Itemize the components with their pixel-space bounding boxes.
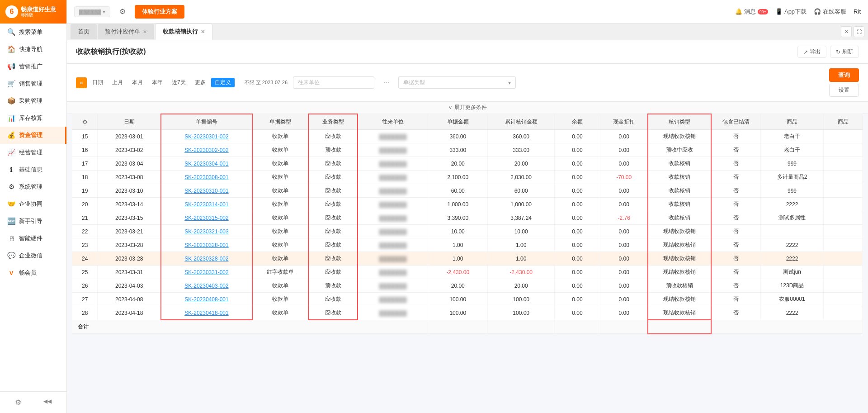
cell-amount: 100.00 — [428, 306, 488, 320]
cell-code[interactable]: SK-20230328-001 — [161, 238, 252, 252]
sidebar-item-finance[interactable]: 💰 资金管理 — [0, 127, 66, 144]
tab-payable[interactable]: 预付冲应付单 ✕ — [98, 24, 154, 39]
table-row[interactable]: 15 2023-03-01 SK-20230301-002 收款单 应收款 ▓▓… — [72, 130, 863, 143]
more-filter-dots[interactable]: ··· — [380, 79, 393, 87]
footer-chxtype — [648, 320, 711, 334]
tab-collection-close[interactable]: ✕ — [201, 29, 205, 34]
col-goods2[interactable]: 商品 — [824, 114, 863, 130]
cell-num: 23 — [72, 238, 98, 252]
table-row[interactable]: 27 2023-04-08 SK-20230408-001 收款单 应收款 ▓▓… — [72, 293, 863, 306]
cell-code[interactable]: SK-20230328-002 — [161, 252, 252, 266]
col-partner[interactable]: 往来单位 — [358, 114, 428, 130]
sidebar-label-system: 系统管理 — [19, 183, 42, 191]
date-btn-more[interactable]: 更多 — [191, 78, 209, 87]
sidebar-item-basic[interactable]: ℹ 基础信息 — [0, 161, 66, 178]
table-row[interactable]: 26 2023-04-03 SK-20230403-002 收款单 预收款 ▓▓… — [72, 279, 863, 293]
cell-goods2 — [824, 266, 863, 279]
cell-code[interactable]: SK-20230315-002 — [161, 211, 252, 225]
export-button[interactable]: ↗ 导出 — [797, 46, 826, 58]
cell-chxtype: 现结收款核销 — [648, 306, 711, 320]
sidebar-item-member[interactable]: V 畅会员 — [0, 264, 66, 281]
cell-code[interactable]: SK-20230304-001 — [161, 157, 252, 171]
setting-button[interactable]: 设置 — [829, 84, 859, 97]
sidebar-item-hardware[interactable]: 🖥 智能硬件 — [0, 230, 66, 247]
tab-expand-btn[interactable]: ⛶ — [854, 26, 864, 37]
col-date[interactable]: 日期 — [98, 114, 161, 130]
table-row[interactable]: 22 2023-03-21 SK-20230321-003 收款单 应收款 ▓▓… — [72, 225, 863, 238]
cell-code[interactable]: SK-20230308-001 — [161, 171, 252, 184]
date-btn-prev-month[interactable]: 上月 — [108, 78, 127, 87]
tab-close-btn[interactable]: ✕ — [841, 26, 852, 37]
col-goods[interactable]: 商品 — [760, 114, 824, 130]
date-custom-btn[interactable]: 自定义 — [211, 78, 235, 87]
col-balance[interactable]: 余额 — [555, 114, 600, 130]
sidebar-label-inventory: 库存核算 — [19, 114, 42, 122]
table-row[interactable]: 28 2023-04-18 SK-20230418-001 收款单 应收款 ▓▓… — [72, 306, 863, 320]
cell-goods: 测试多属性 — [760, 211, 824, 225]
cell-code[interactable]: SK-20230408-001 — [161, 293, 252, 306]
user-name[interactable]: Rit — [854, 8, 861, 15]
table-row[interactable]: 19 2023-03-10 SK-20230310-001 收款单 应收款 ▓▓… — [72, 184, 863, 198]
table-row[interactable]: 18 2023-03-08 SK-20230308-001 收款单 应收款 ▓▓… — [72, 171, 863, 184]
date-btn-7days[interactable]: 近7天 — [168, 78, 189, 87]
table-row[interactable]: 20 2023-03-14 SK-20230314-001 收款单 应收款 ▓▓… — [72, 198, 863, 211]
sidebar-item-collab[interactable]: 🤝 企业协同 — [0, 195, 66, 213]
cell-code[interactable]: SK-20230301-002 — [161, 130, 252, 143]
table-row[interactable]: 25 2023-03-31 SK-20230331-002 红字收款单 应收款 … — [72, 266, 863, 279]
date-btn-cur-month[interactable]: 本月 — [128, 78, 146, 87]
table-row[interactable]: 16 2023-03-02 SK-20230302-002 收款单 预收款 ▓▓… — [72, 143, 863, 157]
sidebar-item-shortcut[interactable]: 🏠 快捷导航 — [0, 41, 66, 58]
cell-code[interactable]: SK-20230302-002 — [161, 143, 252, 157]
table-row[interactable]: 23 2023-03-28 SK-20230328-001 收款单 应收款 ▓▓… — [72, 238, 863, 252]
logo: 6 畅康道好生意 标推版 — [0, 0, 66, 24]
tab-payable-close[interactable]: ✕ — [143, 29, 147, 34]
col-included[interactable]: 包含已结清 — [711, 114, 760, 130]
cell-code[interactable]: SK-20230418-001 — [161, 306, 252, 320]
table-row[interactable]: 17 2023-03-04 SK-20230304-001 收款单 应收款 ▓▓… — [72, 157, 863, 171]
table-row[interactable]: 21 2023-03-15 SK-20230315-002 收款单 应收款 ▓▓… — [72, 211, 863, 225]
bottom-settings-btn[interactable]: ⚙ — [15, 398, 21, 407]
cell-code[interactable]: SK-20230403-002 — [161, 279, 252, 293]
query-button[interactable]: 查询 — [829, 68, 859, 82]
expand-filter-bar[interactable]: ∨ 展开更多条件 — [67, 102, 868, 114]
sidebar-item-inventory[interactable]: 📊 库存核算 — [0, 109, 66, 127]
col-biztype[interactable]: 业务类型 — [308, 114, 358, 130]
col-code[interactable]: 单据编号 — [161, 114, 252, 130]
sidebar-item-purchase[interactable]: 📦 采购管理 — [0, 92, 66, 109]
col-chxtype[interactable]: 核销类型 — [648, 114, 711, 130]
cell-code[interactable]: SK-20230331-002 — [161, 266, 252, 279]
online-service-link[interactable]: 🎧 在线客服 — [814, 8, 846, 16]
app-download-link[interactable]: 📱 App下载 — [775, 8, 807, 16]
col-amount[interactable]: 单据金额 — [428, 114, 488, 130]
sidebar-item-system[interactable]: ⚙ 系统管理 — [0, 178, 66, 195]
filter-toggle-btn[interactable]: » — [76, 77, 87, 88]
col-discount[interactable]: 现金折扣 — [600, 114, 648, 130]
table-wrapper[interactable]: ⚙ 日期 单据编号 单据类型 业务类型 往来单位 单据金额 累计核销金额 余额 … — [67, 114, 868, 413]
sidebar-item-marketing[interactable]: 📢 营销推广 — [0, 58, 66, 75]
sidebar-item-guide[interactable]: 🆕 新手引导 — [0, 213, 66, 230]
cell-goods2 — [824, 252, 863, 266]
cell-code[interactable]: SK-20230310-001 — [161, 184, 252, 198]
sidebar-item-wechat[interactable]: 💬 企业微信 — [0, 247, 66, 264]
sidebar-item-search[interactable]: 🔍 搜索菜单 — [0, 24, 66, 41]
col-cumamt[interactable]: 累计核销金额 — [488, 114, 555, 130]
tab-collection[interactable]: 收款核销执行 ✕ — [155, 24, 212, 40]
sidebar-item-operations[interactable]: 📈 经营管理 — [0, 144, 66, 161]
doc-type-filter[interactable]: 单据类型 ▾ — [398, 76, 516, 89]
sidebar-item-sales[interactable]: 🛒 销售管理 — [0, 75, 66, 92]
date-btn-cur-year[interactable]: 本年 — [148, 78, 166, 87]
cell-balance: 0.00 — [555, 130, 600, 143]
branch-selector[interactable]: ▓▓▓▓▓▓ ▾ — [74, 6, 110, 17]
bottom-collapse-btn[interactable]: ◀◀ — [43, 398, 52, 407]
settings-gear-icon[interactable]: ⚙ — [116, 5, 129, 19]
cell-goods — [760, 225, 824, 238]
partner-filter[interactable]: 往来单位 — [293, 76, 374, 89]
cell-code[interactable]: SK-20230321-003 — [161, 225, 252, 238]
refresh-button[interactable]: ↻ 刷新 — [830, 46, 859, 58]
solution-button[interactable]: 体验行业方案 — [135, 5, 184, 19]
col-doctype[interactable]: 单据类型 — [252, 114, 308, 130]
messages-link[interactable]: 🔔 消息 99+ — [735, 8, 768, 16]
tab-home[interactable]: 首页 — [71, 24, 97, 39]
cell-code[interactable]: SK-20230314-001 — [161, 198, 252, 211]
table-row[interactable]: 24 2023-03-28 SK-20230328-002 收款单 应收款 ▓▓… — [72, 252, 863, 266]
